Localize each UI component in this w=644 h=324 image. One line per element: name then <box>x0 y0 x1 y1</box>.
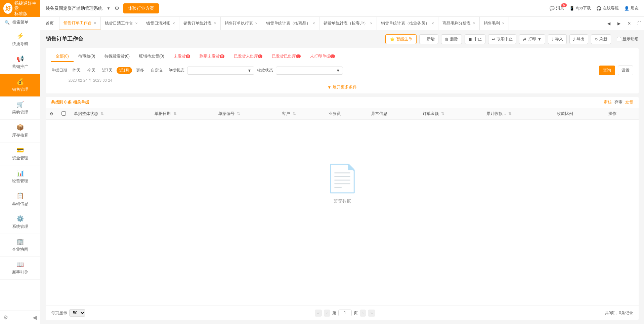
header-settings-icon[interactable]: ⚙ <box>115 5 119 11</box>
status-select[interactable]: ▼ <box>187 67 254 75</box>
online-service-btn[interactable]: 🎧 在线客服 <box>596 5 619 11</box>
cancel-review-btn[interactable]: 弃审 <box>614 99 622 105</box>
show-detail-input[interactable] <box>617 37 621 41</box>
export-button[interactable]: ⤴ 导出 <box>569 34 588 44</box>
tab-close-icon[interactable]: ✕ <box>312 22 315 25</box>
tab-sales-staff[interactable]: 销货单统计表（按业务员） ✕ <box>377 17 438 30</box>
tab-home[interactable]: 首页 <box>40 17 59 30</box>
payment-select[interactable]: ▼ <box>276 67 343 75</box>
sort-icon[interactable]: ⇅ <box>293 111 296 116</box>
tab-fullscreen-btn[interactable]: ⛶ <box>634 17 644 30</box>
tab-close-icon[interactable]: ✕ <box>214 22 216 25</box>
date-1month[interactable]: 近1月 <box>117 67 132 74</box>
filter-tab-pending-review[interactable]: 待审核(0) <box>74 51 100 62</box>
system-dropdown[interactable]: ▼ <box>106 6 111 11</box>
smart-create-button[interactable]: ⭐ 智能生单 <box>385 34 417 44</box>
sort-icon[interactable]: ⇅ <box>173 111 177 116</box>
tab-close-icon[interactable]: ✕ <box>94 21 96 25</box>
import-button[interactable]: ⤵ 导入 <box>548 34 567 44</box>
sidebar-item-search[interactable]: 🔍 搜索菜单 <box>0 17 40 28</box>
tab-sales-product[interactable]: 销货单统计表（按商品） ✕ <box>262 17 319 30</box>
tab-sales-stats[interactable]: 销售订单统计表 ✕ <box>179 17 221 30</box>
payment-filter: 收款状态 ▼ <box>257 67 343 75</box>
tab-sales-workbench[interactable]: 销售订单工作台 ✕ <box>59 17 101 30</box>
new-button[interactable]: + 新增 <box>419 34 438 44</box>
sidebar-item-marketing[interactable]: 📢 营销推广 <box>0 51 40 74</box>
filter-settings-button[interactable]: 设置 <box>618 66 633 75</box>
date-more[interactable]: 更多 <box>133 67 147 74</box>
prev-page-btn[interactable]: ‹ <box>324 310 330 317</box>
date-today[interactable]: 今天 <box>85 67 98 74</box>
sort-icon[interactable]: ⇅ <box>100 111 104 116</box>
next-page-btn[interactable]: › <box>360 310 366 317</box>
refresh-button[interactable]: ↺ 刷新 <box>591 34 611 44</box>
select-all-checkbox[interactable] <box>61 111 66 116</box>
query-button[interactable]: 查询 <box>599 66 615 75</box>
date-7days[interactable]: 近7天 <box>99 67 115 74</box>
message-btn[interactable]: 💬 消息 6 <box>550 5 564 11</box>
tab-sales-exec[interactable]: 销售订单执行表 ✕ <box>221 17 262 30</box>
sidebar-item-basic-info[interactable]: 📋 基础信息 <box>0 188 40 211</box>
user-menu[interactable]: 👤 用友 <box>624 5 639 11</box>
tab-prev-btn[interactable]: ◀ <box>604 17 614 30</box>
table-toolbar: 共找到 0 条 相关单据 审核 弃审 发货 <box>46 97 639 108</box>
page-size-select[interactable]: 50 <box>69 309 85 317</box>
filter-tab-all[interactable]: 全部(0) <box>51 51 74 62</box>
first-page-btn[interactable]: « <box>315 310 322 317</box>
expand-btn[interactable]: ▼ 展开更多条件 <box>328 84 357 90</box>
filter-tab-overdue[interactable]: 到期未发货0 <box>195 51 229 62</box>
tab-close-icon[interactable]: ✕ <box>431 22 434 25</box>
sidebar-item-inventory[interactable]: 📦 库存核算 <box>0 120 40 143</box>
tab-close-icon[interactable]: ✕ <box>473 22 475 25</box>
review-action-btn[interactable]: 审核 <box>604 99 612 105</box>
sidebar-item-capital[interactable]: 💳 资金管理 <box>0 143 40 165</box>
tab-close-icon[interactable]: ✕ <box>370 22 373 25</box>
tab-cash-daily[interactable]: 钱货日清工作台 ✕ <box>101 17 142 30</box>
last-page-btn[interactable]: » <box>368 310 375 317</box>
col-settings[interactable]: ⚙ <box>46 108 57 120</box>
sidebar-settings-btn[interactable]: ⚙ <box>3 314 8 321</box>
page-input[interactable] <box>338 310 352 316</box>
sidebar-item-operations[interactable]: 📊 经营管理 <box>0 165 40 188</box>
tab-close-icon[interactable]: ✕ <box>172 22 175 25</box>
sidebar-item-sales[interactable]: 💰 销售管理 <box>0 74 40 97</box>
tab-close-icon[interactable]: ✕ <box>135 22 138 25</box>
date-custom[interactable]: 自定义 <box>148 67 166 74</box>
sidebar-item-enterprise[interactable]: 🏢 企业协同 <box>0 234 40 257</box>
show-detail-checkbox[interactable]: 显示明细 <box>617 36 639 42</box>
sidebar-item-purchase[interactable]: 🛒 采购管理 <box>0 97 40 120</box>
trial-button[interactable]: 体验行业方案 <box>123 3 159 13</box>
filter-tab-not-printed[interactable]: 未打印单据0 <box>305 51 340 62</box>
tab-close-all-btn[interactable]: ✕ <box>624 17 634 30</box>
filter-tab-pending-inspect[interactable]: 待拣货发货(0) <box>100 51 134 62</box>
app-download-btn[interactable]: 📱 App下载 <box>569 5 591 11</box>
sidebar-collapse-btn[interactable]: ◀ <box>33 314 37 321</box>
sidebar-item-quick-nav[interactable]: ⚡ 快捷导航 <box>0 28 40 51</box>
delete-button[interactable]: 🗑 删除 <box>441 34 462 44</box>
filter-tab-not-shipped[interactable]: 未发货0 <box>169 51 195 62</box>
tab-margin[interactable]: 商品毛利分析表 ✕ <box>438 17 480 30</box>
filter-tab-wangpu[interactable]: 旺铺待发货(0) <box>134 51 169 62</box>
capital-icon: 💳 <box>16 147 24 154</box>
sort-icon[interactable]: ⇅ <box>508 111 512 116</box>
date-yesterday[interactable]: 昨天 <box>70 67 83 74</box>
table-scroll[interactable]: ⚙ 单据整体状态 ⇅ 单据日期 ⇅ 单据编号 <box>46 108 639 306</box>
tab-close-icon[interactable]: ✕ <box>502 22 505 25</box>
filter-tab-shipped-out[interactable]: 已发货已出库0 <box>267 51 305 62</box>
tab-sales-profit[interactable]: 销售毛利 ✕ <box>480 17 509 30</box>
tab-cash-reconcile[interactable]: 钱货日清对账 ✕ <box>142 17 179 30</box>
sidebar-item-guide[interactable]: 📖 新手引导 <box>0 257 40 280</box>
tab-next-btn[interactable]: ▶ <box>614 17 624 30</box>
stop-button[interactable]: ⏹ 中止 <box>465 34 485 44</box>
sort-icon[interactable]: ⇅ <box>237 111 240 116</box>
sidebar-item-system[interactable]: ⚙️ 系统管理 <box>0 211 40 234</box>
tab-close-icon[interactable]: ✕ <box>255 22 258 25</box>
cancel-stop-button[interactable]: ↩ 取消中止 <box>488 34 516 44</box>
user-icon: 👤 <box>624 6 629 11</box>
filter-tab-shipped-not-out[interactable]: 已发货未出库0 <box>229 51 267 62</box>
col-checkbox[interactable] <box>57 108 70 120</box>
print-button[interactable]: 🖨 打印 ▼ <box>519 34 545 44</box>
tab-sales-customer[interactable]: 销货单统计表（按客户） ✕ <box>319 17 377 30</box>
ship-action-btn[interactable]: 发货 <box>625 99 633 105</box>
sort-icon[interactable]: ⇅ <box>441 111 444 116</box>
